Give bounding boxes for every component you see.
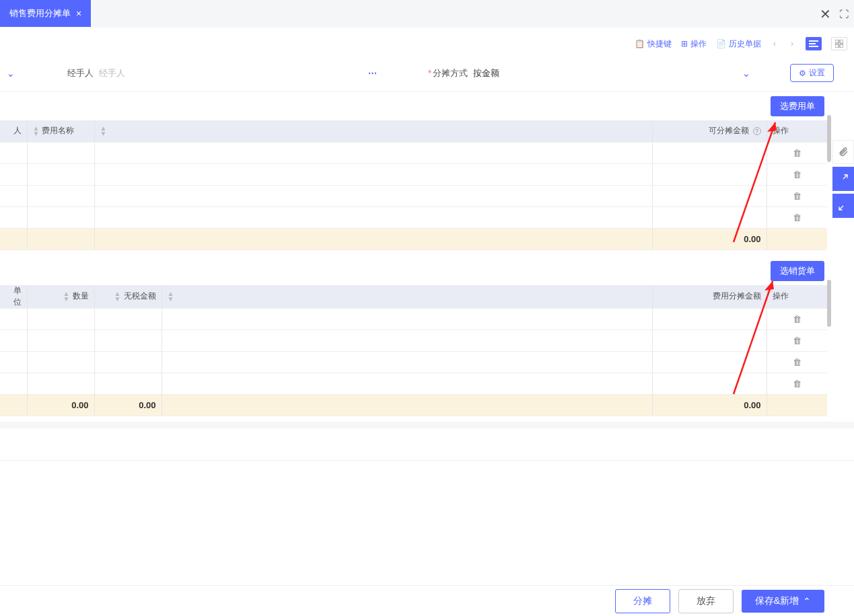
grid-icon: ⊞ xyxy=(681,39,688,48)
expense-section: 选费用单 人 费用名称 可分摊金额 ? 操作 🗑 🗑 🗑 🗑 0.00 xyxy=(0,92,854,250)
trash-icon[interactable]: 🗑 xyxy=(793,357,802,367)
col-blank[interactable] xyxy=(94,120,652,142)
svg-rect-6 xyxy=(840,44,843,48)
settings-button[interactable]: ⚙ 设置 xyxy=(790,64,834,82)
scrollbar[interactable] xyxy=(827,280,831,327)
more-icon[interactable]: ⋯ xyxy=(368,68,378,78)
col-blank2[interactable] xyxy=(162,285,652,309)
prev-doc-icon[interactable]: ‹ xyxy=(771,39,779,48)
col-qty[interactable]: 数量 xyxy=(27,285,94,309)
select-sales-button[interactable]: 选销货单 xyxy=(771,261,824,281)
expand-in-icon[interactable] xyxy=(832,194,854,218)
trash-icon[interactable]: 🗑 xyxy=(793,213,802,223)
divider xyxy=(0,422,854,428)
tab-active[interactable]: 销售费用分摊单 × xyxy=(0,0,91,27)
gear-icon: ⚙ xyxy=(799,69,806,78)
col-notax[interactable]: 无税金额 xyxy=(94,285,162,309)
method-field: * 分摊方式 按金额 ⌄ xyxy=(428,67,771,79)
shortcut-link[interactable]: 📋 快捷键 xyxy=(635,38,672,50)
svg-rect-3 xyxy=(835,40,839,43)
col-alloc-amount[interactable]: 可分摊金额 ? xyxy=(652,120,767,142)
trash-icon[interactable]: 🗑 xyxy=(793,314,802,324)
trash-icon[interactable]: 🗑 xyxy=(793,336,802,346)
tab-close-icon[interactable]: × xyxy=(76,8,81,19)
tab-bar: 销售费用分摊单 × ✕ ⛶ xyxy=(0,0,854,28)
sum-alloc: 0.00 xyxy=(652,228,767,249)
col-expense-name[interactable]: 费用名称 xyxy=(27,120,94,142)
col-fee-alloc[interactable]: 费用分摊金额 xyxy=(652,285,767,309)
table-row[interactable]: 🗑 xyxy=(0,163,827,185)
sales-table: 单位 数量 无税金额 费用分摊金额 操作 🗑 🗑 🗑 🗑 0.00 0.00 0… xyxy=(0,285,827,416)
chevron-up-icon: ⌃ xyxy=(803,596,811,607)
save-new-button[interactable]: 保存&新增 ⌃ xyxy=(742,590,824,613)
expense-table: 人 费用名称 可分摊金额 ? 操作 🗑 🗑 🗑 🗑 0.00 xyxy=(0,120,827,250)
next-doc-icon[interactable]: › xyxy=(788,39,796,48)
trash-icon[interactable]: 🗑 xyxy=(793,148,802,158)
table-row[interactable]: 🗑 xyxy=(0,206,827,228)
trash-icon[interactable]: 🗑 xyxy=(793,379,802,389)
method-value[interactable]: 按金额 xyxy=(473,67,742,79)
form-row: ⌄ 经手人 ⋯ * 分摊方式 按金额 ⌄ ⚙ 设置 xyxy=(0,54,854,92)
trash-icon[interactable]: 🗑 xyxy=(793,169,802,180)
discard-button[interactable]: 放弃 xyxy=(678,589,734,613)
fullscreen-icon[interactable]: ⛶ xyxy=(839,9,849,20)
table-row[interactable]: 🗑 xyxy=(0,373,827,394)
clipboard-icon: 📋 xyxy=(635,39,645,48)
handler-input[interactable] xyxy=(99,68,368,78)
svg-rect-4 xyxy=(840,40,843,43)
allocate-button[interactable]: 分摊 xyxy=(615,589,670,613)
method-label: 分摊方式 xyxy=(433,67,468,79)
handler-label: 经手人 xyxy=(67,67,94,79)
table-row[interactable]: 🗑 xyxy=(0,185,827,206)
sum-qty: 0.00 xyxy=(27,394,94,416)
info-icon[interactable]: ? xyxy=(753,127,761,135)
side-tools xyxy=(832,140,854,218)
view-list-icon[interactable] xyxy=(806,37,822,50)
ops-link[interactable]: ⊞ 操作 xyxy=(681,38,707,50)
table-row[interactable]: 🗑 xyxy=(0,142,827,163)
chevron-down-icon[interactable]: ⌄ xyxy=(742,68,750,79)
window-close-icon[interactable]: ✕ xyxy=(820,6,831,22)
handler-field: 经手人 ⋯ xyxy=(67,67,397,79)
col-person: 人 xyxy=(0,120,27,142)
toolbar: 📋 快捷键 ⊞ 操作 📄 历史单据 ‹ › xyxy=(7,33,847,54)
table-row[interactable]: 🗑 xyxy=(0,351,827,373)
col-action: 操作 xyxy=(767,120,827,142)
attachment-icon[interactable] xyxy=(832,140,854,164)
svg-rect-5 xyxy=(835,44,839,48)
trash-icon[interactable]: 🗑 xyxy=(793,191,802,201)
chevron-down-icon[interactable]: ⌄ xyxy=(7,68,15,79)
expand-out-icon[interactable] xyxy=(832,167,854,191)
blank-section xyxy=(0,434,854,461)
sum-row: 0.00 xyxy=(0,228,827,249)
col-unit: 单位 xyxy=(0,285,27,309)
view-grid-icon[interactable] xyxy=(831,37,847,50)
required-mark: * xyxy=(428,68,431,78)
table-row[interactable]: 🗑 xyxy=(0,308,827,330)
scrollbar[interactable] xyxy=(827,115,831,162)
sales-section: 选销货单 单位 数量 无税金额 费用分摊金额 操作 🗑 🗑 🗑 🗑 0.00 xyxy=(0,257,854,416)
select-expense-button[interactable]: 选费用单 xyxy=(771,96,824,116)
sum-row: 0.00 0.00 0.00 xyxy=(0,394,827,416)
table-row[interactable]: 🗑 xyxy=(0,330,827,351)
sum-fee-alloc: 0.00 xyxy=(652,394,767,416)
col-action2: 操作 xyxy=(767,285,827,309)
doc-icon: 📄 xyxy=(716,39,726,48)
footer-bar: 分摊 放弃 保存&新增 ⌃ xyxy=(0,585,854,616)
history-link[interactable]: 📄 历史单据 xyxy=(716,38,761,50)
tab-title: 销售费用分摊单 xyxy=(9,7,71,20)
sum-notax: 0.00 xyxy=(94,394,162,416)
